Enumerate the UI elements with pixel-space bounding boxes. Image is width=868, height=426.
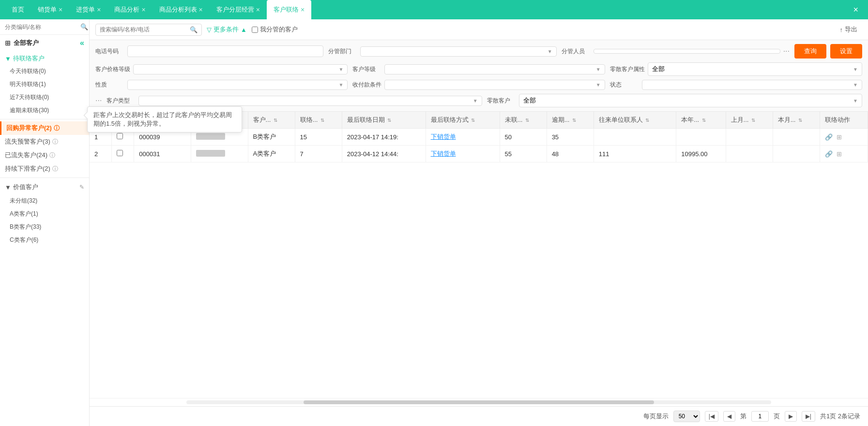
retail-customer-label: 零散客户: [487, 97, 516, 105]
sidebar-search-icon[interactable]: 🔍: [80, 23, 88, 30]
settings-button[interactable]: 设置: [830, 44, 862, 59]
nav-customer-contact[interactable]: 客户联络 ×: [267, 0, 311, 19]
declining-info-icon: ⓘ: [52, 165, 58, 173]
price-level-chevron-icon: ▼: [338, 67, 343, 72]
filter-person: 分管人员 ···: [562, 47, 790, 56]
customer-level-label: 客户等级: [352, 65, 381, 73]
row2-check[interactable]: [117, 150, 123, 156]
row2-grid-icon[interactable]: ⊞: [837, 150, 842, 158]
contacts-sort-icon[interactable]: ⇅: [645, 118, 649, 123]
nav-analysis[interactable]: 商品分析 ×: [107, 0, 152, 19]
sidebar-item-tomorrow[interactable]: 明天待联络(1): [0, 78, 89, 91]
pending-sort-icon[interactable]: ⇅: [525, 118, 529, 123]
filter-gender: 性质 ▼: [95, 80, 348, 90]
nav-purchase-close[interactable]: ×: [97, 0, 101, 19]
sidebar-item-today[interactable]: 今天待联络(0): [0, 65, 89, 78]
sidebar-group-pending[interactable]: ▼ 待联络客户: [0, 51, 89, 65]
search-input[interactable]: [100, 26, 187, 33]
nav-customer-contact-label: 客户联络: [274, 0, 299, 19]
nav-analysis-close[interactable]: ×: [141, 0, 145, 19]
row1-method-link[interactable]: 下销货单: [431, 133, 456, 140]
value-edit-icon[interactable]: ✎: [79, 184, 84, 191]
sidebar-search-input[interactable]: [5, 24, 77, 30]
sidebar-item-7days[interactable]: 近7天待联络(0): [0, 91, 89, 104]
sidebar-item-churned[interactable]: 已流失客户(24) ⓘ: [0, 148, 89, 162]
nav-analysis-list-close[interactable]: ×: [199, 0, 203, 19]
person-select[interactable]: [594, 49, 780, 54]
sidebar-collapse-btn[interactable]: «: [80, 39, 84, 47]
sidebar-item-declining[interactable]: 持续下滑客户(2) ⓘ: [0, 162, 89, 176]
customer-type-select[interactable]: ▼: [138, 96, 482, 106]
sidebar-item-class-b[interactable]: B类客户(33): [0, 220, 89, 234]
nav-sales[interactable]: 销货单 ×: [31, 0, 69, 19]
last-month-sort-icon[interactable]: ⇅: [751, 118, 755, 123]
customer-level-select[interactable]: ▼: [384, 64, 605, 74]
retail-attr-select[interactable]: 全部 ▼: [648, 62, 862, 76]
declining-label: 持续下滑客户(2): [5, 164, 50, 173]
search-box: 🔍: [95, 24, 202, 36]
type-sort-icon[interactable]: ⇅: [274, 118, 277, 123]
scrollbar-track[interactable]: [186, 400, 771, 404]
col-last-method-header: 最后联络方式 ⇅: [426, 112, 500, 129]
per-page-label: 每页显示: [643, 412, 669, 421]
status-select[interactable]: ▼: [642, 80, 862, 90]
row2-link-icon[interactable]: 🔗: [825, 150, 833, 158]
nav-analysis-list-label: 商品分析列表: [159, 0, 197, 19]
col-type-header: 客户... ⇅: [248, 112, 295, 129]
gender-select[interactable]: ▼: [127, 80, 348, 90]
nav-customer-contact-close[interactable]: ×: [301, 0, 305, 19]
payment-select[interactable]: ▼: [384, 80, 605, 90]
my-customers-check[interactable]: [252, 27, 258, 33]
contact-sort-icon[interactable]: ⇅: [320, 118, 324, 123]
window-close-button[interactable]: ×: [848, 5, 863, 15]
sidebar-divider-1: [0, 119, 89, 119]
prev-page-btn[interactable]: ◀: [723, 411, 735, 422]
all-customers-label: 全部客户: [14, 39, 39, 47]
page-number-input[interactable]: [751, 411, 769, 422]
more-dots-icon[interactable]: ···: [95, 96, 102, 105]
retail-customer-select[interactable]: 全部 ▼: [519, 94, 862, 107]
last-page-btn[interactable]: ▶|: [802, 411, 815, 422]
sidebar-item-repurchase-abnormal[interactable]: 回购异常客户(2) ⓘ: [0, 121, 89, 135]
row1-name-blurred: [196, 133, 225, 140]
first-page-btn[interactable]: |◀: [705, 411, 718, 422]
sidebar-item-class-c[interactable]: C类客户(6): [0, 234, 89, 247]
next-page-btn[interactable]: ▶: [785, 411, 797, 422]
row1-check[interactable]: [117, 133, 123, 139]
phone-input[interactable]: [127, 45, 323, 57]
this-month-sort-icon[interactable]: ⇅: [798, 118, 802, 123]
row1-link-icon[interactable]: 🔗: [825, 133, 833, 141]
price-level-select[interactable]: ▼: [133, 64, 348, 74]
last-date-sort-icon[interactable]: ⇅: [387, 118, 391, 123]
sidebar-item-churn-warning[interactable]: 流失预警客户(3) ⓘ: [0, 135, 89, 148]
this-year-sort-icon[interactable]: ⇅: [702, 118, 706, 123]
sidebar-group-value[interactable]: ▼ 价值客户 ✎: [0, 180, 89, 194]
row2-type: A类客户: [248, 146, 295, 162]
query-button[interactable]: 查询: [794, 44, 826, 59]
nav-analysis-list[interactable]: 商品分析列表 ×: [152, 0, 210, 19]
per-page-select[interactable]: 50 100 200: [673, 411, 700, 422]
sidebar-item-ungrouped[interactable]: 未分组(32): [0, 194, 89, 207]
row2-overdue: 48: [547, 146, 594, 162]
sidebar-item-class-a[interactable]: A类客户(1): [0, 207, 89, 220]
row2-last-date: 2023-04-12 14:44:: [342, 146, 426, 162]
nav-sales-close[interactable]: ×: [59, 0, 62, 19]
nav-purchase[interactable]: 进货单 ×: [69, 0, 107, 19]
row2-method-link[interactable]: 下销货单: [431, 150, 456, 157]
col-overdue-header: 逾期... ⇅: [547, 112, 594, 129]
nav-home[interactable]: 首页: [5, 0, 31, 19]
export-icon: ↑: [840, 26, 843, 33]
overdue-sort-icon[interactable]: ⇅: [572, 118, 576, 123]
more-conditions-btn[interactable]: ▽ 更多条件 ▲: [207, 25, 247, 34]
nav-customer-tier-close[interactable]: ×: [256, 0, 260, 19]
search-icon[interactable]: 🔍: [190, 26, 198, 33]
sidebar-item-overdue[interactable]: 逾期未联络(30): [0, 104, 89, 117]
all-customers-header[interactable]: ⊞ 全部客户 «: [0, 35, 89, 51]
row1-grid-icon[interactable]: ⊞: [837, 133, 842, 141]
my-customers-checkbox[interactable]: 我分管的客户: [252, 25, 298, 34]
nav-customer-tier[interactable]: 客户分层经营 ×: [210, 0, 267, 19]
dept-select[interactable]: ▼: [360, 46, 556, 57]
person-dots-icon[interactable]: ···: [783, 47, 790, 56]
last-method-sort-icon[interactable]: ⇅: [471, 118, 475, 123]
export-button[interactable]: ↑ 导出: [835, 23, 863, 36]
